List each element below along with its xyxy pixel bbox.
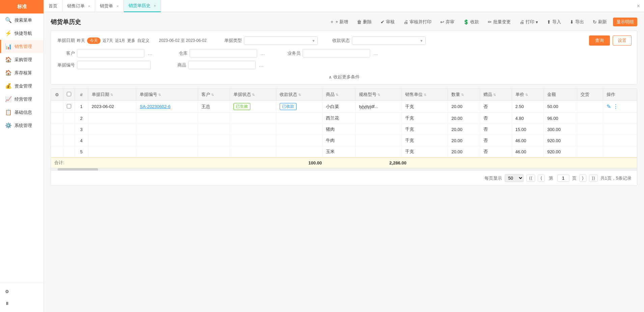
th-customer[interactable]: 客户⇅ bbox=[198, 89, 230, 101]
goods-ellipsis[interactable]: ... bbox=[259, 62, 263, 68]
abandon-btn-label: 弃审 bbox=[446, 19, 454, 25]
shortcut-7days[interactable]: 近7天 bbox=[103, 38, 113, 44]
horizontal-scrollbar[interactable] bbox=[51, 168, 637, 171]
sidebar-item-search-menu[interactable]: 🔍 搜索菜单 bbox=[0, 14, 44, 27]
sidebar-item-label-purchase-mgmt: 采购管理 bbox=[15, 57, 32, 63]
th-trade: 交货 bbox=[577, 89, 603, 101]
filter-docno-input[interactable] bbox=[77, 61, 151, 69]
page-size-select[interactable]: 50 100 200 bbox=[505, 174, 524, 182]
filter-warehouse-input[interactable] bbox=[190, 49, 257, 57]
toolbar: ＋ + 新增 🗑 删除 ✔ 审核 🖨 审核并打印 ↩ 弃审 bbox=[327, 18, 637, 26]
tab-sales-goods-history[interactable]: 销货单历史 × bbox=[124, 0, 161, 12]
tab-sales-goods[interactable]: 销货单 × bbox=[95, 0, 123, 12]
row-checkbox[interactable] bbox=[67, 104, 71, 108]
settings-bottom-icon: ⚙ bbox=[5, 289, 9, 294]
td-customer bbox=[198, 146, 230, 157]
sidebar-settings-btn[interactable]: ⚙ bbox=[0, 286, 44, 297]
refresh-icon: ↻ bbox=[593, 19, 597, 25]
th-docno[interactable]: 单据编号⇅ bbox=[136, 89, 198, 101]
th-unit-price[interactable]: 单价⇅ bbox=[512, 89, 544, 101]
td-date: 2023-06-02 bbox=[88, 101, 136, 113]
settings-filter-btn[interactable]: 设置 bbox=[613, 35, 632, 46]
tab-sales-goods-history-label: 销货单历史 bbox=[129, 3, 150, 9]
delete-btn[interactable]: 🗑 删除 bbox=[354, 18, 374, 26]
td-gift: 否 bbox=[480, 135, 512, 146]
page-first-btn[interactable]: ⟨⟨ bbox=[526, 175, 535, 182]
th-goods[interactable]: 商品⇅ bbox=[323, 89, 356, 101]
import-btn[interactable]: ⬆ 导入 bbox=[544, 18, 564, 26]
sort-gift-icon: ⇅ bbox=[493, 93, 496, 97]
sidebar-item-sys-mgmt[interactable]: ⚙️ 系统管理 bbox=[0, 119, 44, 132]
th-settings[interactable]: ⚙ bbox=[51, 89, 63, 101]
th-gift[interactable]: 赠品⇅ bbox=[480, 89, 512, 101]
collect-btn[interactable]: 💲 收款 bbox=[460, 18, 482, 26]
filter-doc-type-select[interactable]: ▾ bbox=[244, 36, 318, 45]
filter-docno-item: 单据编号 bbox=[56, 61, 151, 69]
shortcut-yesterday[interactable]: 昨天 bbox=[77, 38, 85, 44]
export-icon: ⬇ bbox=[570, 19, 574, 25]
tab-sales-goods-history-close[interactable]: × bbox=[154, 4, 156, 8]
shortcut-1month[interactable]: 近1月 bbox=[115, 38, 125, 44]
page-last-btn[interactable]: ⟩⟩ bbox=[589, 175, 598, 182]
filter-collapse-btn[interactable]: ∧ 收起更多条件 bbox=[56, 73, 632, 81]
page-next-btn[interactable]: ⟩ bbox=[579, 175, 586, 182]
tab-sales-goods-close[interactable]: × bbox=[116, 4, 118, 8]
refresh-btn[interactable]: ↻ 刷新 bbox=[590, 18, 610, 26]
export-btn[interactable]: ⬇ 导出 bbox=[567, 18, 587, 26]
show-detail-btn[interactable]: 显示明细 bbox=[613, 18, 637, 26]
filter-date-item: 单据日期 昨天 今天 近7天 近1月 更多 自定义 bbox=[56, 37, 151, 44]
doc-no-link[interactable]: SA-20230602-6 bbox=[140, 104, 170, 109]
th-collect-status[interactable]: 收款状态⇅ bbox=[276, 89, 322, 101]
filter-goods-input[interactable] bbox=[188, 61, 256, 69]
tab-sales-order-close[interactable]: × bbox=[88, 4, 90, 8]
sidebar-item-finance[interactable]: 💰 资金管理 bbox=[0, 79, 44, 93]
edit-action-btn[interactable]: ✎ bbox=[607, 104, 611, 109]
sort-docno-icon: ⇅ bbox=[158, 93, 161, 97]
query-btn[interactable]: 查询 bbox=[589, 35, 610, 46]
sidebar-item-ops[interactable]: 📈 经营管理 bbox=[0, 93, 44, 106]
batch-change-btn[interactable]: ✏ 批量变更 bbox=[485, 18, 513, 26]
tab-home[interactable]: 首页 bbox=[44, 0, 62, 12]
shortcut-today[interactable]: 今天 bbox=[87, 37, 101, 44]
filter-customer-input[interactable] bbox=[77, 49, 144, 57]
shortcut-custom[interactable]: 自定义 bbox=[137, 38, 149, 44]
td-num: 1 bbox=[75, 101, 88, 113]
tab-bar-close-btn[interactable]: × bbox=[633, 3, 644, 9]
shortcut-more[interactable]: 更多 bbox=[127, 38, 135, 44]
audit-btn[interactable]: ✔ 审核 bbox=[378, 18, 397, 26]
td-doc-status: 已生效 bbox=[230, 101, 276, 113]
sidebar-item-inventory[interactable]: 🏠 库存核算 bbox=[0, 66, 44, 79]
page-number-input[interactable]: 1 bbox=[557, 175, 569, 182]
print-btn[interactable]: 🖨 打印 ▾ bbox=[517, 18, 541, 26]
sidebar-item-sales-mgmt[interactable]: 📊 销售管理 bbox=[0, 40, 44, 53]
more-action-btn[interactable]: ⋮ bbox=[613, 104, 618, 109]
warehouse-ellipsis[interactable]: ... bbox=[260, 50, 265, 56]
collect-status-dropdown-icon: ▾ bbox=[420, 38, 423, 43]
th-doc-status[interactable]: 单据状态⇅ bbox=[230, 89, 276, 101]
sidebar-item-purchase-mgmt[interactable]: 🏠 采购管理 bbox=[0, 53, 44, 66]
sidebar-collapse-btn[interactable]: ⏸ bbox=[0, 297, 44, 309]
collect-status-badge: 已收款 bbox=[280, 103, 297, 110]
td-qty: 20.00 bbox=[448, 146, 480, 157]
th-qty[interactable]: 数量⇅ bbox=[448, 89, 480, 101]
customer-ellipsis[interactable]: ... bbox=[148, 50, 152, 56]
collapse-label: 收起更多条件 bbox=[333, 74, 360, 80]
tab-sales-order[interactable]: 销售订单 × bbox=[62, 0, 95, 12]
sort-unit-price-icon: ⇅ bbox=[525, 93, 528, 97]
delete-btn-label: 删除 bbox=[363, 19, 372, 25]
new-btn[interactable]: ＋ + 新增 bbox=[327, 18, 351, 26]
sidebar-item-basic-info[interactable]: 📋 基础信息 bbox=[0, 106, 44, 119]
th-date[interactable]: 单据日期⇅ bbox=[88, 89, 136, 101]
filter-salesman-input[interactable] bbox=[303, 49, 370, 57]
th-sales-unit[interactable]: 销售单位⇅ bbox=[402, 89, 448, 101]
page-prev-btn[interactable]: ⟨ bbox=[538, 175, 545, 182]
audit-print-btn[interactable]: 🖨 审核并打印 bbox=[401, 18, 434, 26]
sidebar-item-quick-nav[interactable]: ⚡ 快捷导航 bbox=[0, 27, 44, 40]
td-trade bbox=[577, 113, 603, 124]
select-all-checkbox[interactable] bbox=[67, 92, 71, 96]
sort-customer-icon: ⇅ bbox=[211, 93, 214, 97]
th-spec[interactable]: 规格型号⇅ bbox=[356, 89, 402, 101]
salesman-ellipsis[interactable]: ... bbox=[373, 50, 378, 56]
abandon-btn[interactable]: ↩ 弃审 bbox=[438, 18, 457, 26]
filter-collect-status-select[interactable]: ▾ bbox=[352, 36, 426, 45]
